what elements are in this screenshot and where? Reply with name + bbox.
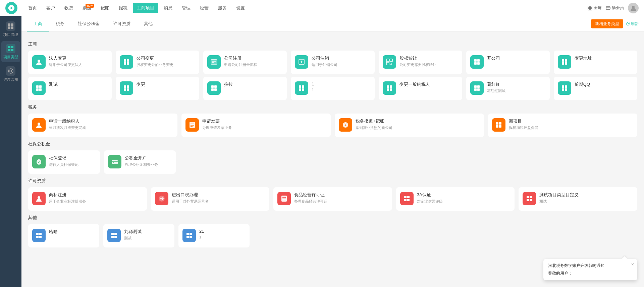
nav-customer[interactable]: 客户	[42, 3, 59, 13]
card-faren-biangeng[interactable]: 法人变更 适用于公司变更法人	[28, 51, 112, 74]
sidebar-item-progress[interactable]: 进度监测	[1, 64, 20, 85]
card-guquan-zhuanrang[interactable]: 股权转让 公司变更需要股权转让	[379, 51, 462, 74]
card-name: 3A认证	[417, 192, 511, 198]
user-avatar[interactable]	[628, 3, 639, 13]
member-label: 畅会员	[612, 5, 624, 11]
nav-tax[interactable]: 报税	[115, 3, 131, 13]
card-shenqing-fapiao[interactable]: 申请发票 办理申请发票业务	[181, 114, 331, 137]
svg-rect-47	[211, 88, 214, 91]
tab-shuiwu[interactable]: 税务	[49, 16, 71, 31]
svg-rect-45	[211, 85, 214, 88]
card-desc: 测试	[124, 236, 170, 241]
card-ceshi-xiangmu[interactable]: 测试项目类型目定义 测试	[519, 187, 637, 211]
card-icon-biangeng-dizhi	[558, 55, 571, 69]
card-icon-biangengnashui	[383, 81, 396, 95]
card-shebao-dengji[interactable]: 社保登记 进行人员社保登记	[28, 150, 100, 174]
card-num1[interactable]: 1 1	[291, 77, 374, 100]
card-desc: 申请公司注册全流程	[224, 62, 283, 67]
svg-rect-44	[127, 88, 129, 91]
tab-gongshang[interactable]: 工商	[27, 16, 49, 31]
card-icon-zhuxiao	[295, 55, 308, 69]
card-21[interactable]: 21 1	[178, 224, 250, 247]
nav-message[interactable]: 消息	[160, 3, 176, 13]
member-button[interactable]: 畅会员	[606, 5, 624, 11]
svg-rect-27	[390, 59, 392, 62]
add-type-button[interactable]: 新增业务类型	[591, 19, 623, 28]
svg-rect-14	[11, 49, 13, 51]
card-gehonghong[interactable]: 葛红红 葛红红测试	[466, 77, 550, 100]
nav-gongshang[interactable]: 工商项目	[133, 3, 158, 13]
card-ceshi[interactable]: 测试	[28, 77, 112, 100]
card-jinchukou[interactable]: 进出口权办理 适用于对外贸易经营者	[151, 187, 270, 211]
section-title-gongshang: 工商	[28, 41, 637, 47]
card-icon-haha	[32, 229, 46, 242]
progress-icon	[6, 66, 15, 76]
card-icon-jinchukou	[155, 192, 168, 205]
card-icon-shebao	[32, 155, 46, 168]
tab-qita[interactable]: 其他	[137, 16, 159, 31]
nav-invoice[interactable]: 票据 new	[78, 3, 95, 13]
card-gongsi-zhuxiao[interactable]: 公司注销 适用于注销公司	[291, 51, 374, 74]
card-biangeng-납税[interactable]: 变更一般纳税人	[379, 77, 462, 100]
card-icon-xin-xiangmu	[492, 118, 505, 132]
card-shipin-xuke[interactable]: 食品经营许可证 办理食品经营许可证	[273, 187, 392, 211]
card-liucong-ceshi[interactable]: 刘聪测试 测试	[103, 224, 174, 247]
xuke-row: 商标注册 用于企业商标注册服务 进出口权办理 适用于对外贸易经营者	[28, 187, 637, 211]
card-gongjijin-kaihu[interactable]: 公积金开户 办理公积金相关业务	[104, 150, 176, 174]
svg-rect-57	[474, 85, 477, 88]
card-shuiwu-baodao[interactable]: ¥ 税务报道+记账 拿到营业执照的新公司	[335, 114, 484, 137]
nav-home[interactable]: 首页	[24, 3, 41, 13]
card-xin-xiangmu[interactable]: 新项目 报税加税控盘保管	[488, 114, 637, 137]
card-desc: 1	[199, 235, 246, 240]
nav-manage[interactable]: 管理	[178, 3, 195, 13]
svg-rect-91	[530, 199, 532, 201]
nav-billing[interactable]: 收费	[60, 3, 77, 13]
card-kai-gongsi[interactable]: 开公司	[466, 51, 550, 74]
sidebar-item-project-type[interactable]: 项目类型	[1, 41, 20, 62]
svg-rect-88	[527, 196, 529, 198]
app-logo[interactable]	[5, 2, 17, 14]
svg-rect-38	[39, 85, 42, 88]
nav-business[interactable]: 经营	[196, 3, 213, 13]
card-biangeng2[interactable]: 变更	[116, 77, 199, 100]
card-shangbiao-zhuce[interactable]: 商标注册 用于企业商标注册服务	[28, 187, 147, 211]
card-icon-num1	[295, 81, 308, 95]
card-shenqing-nashui[interactable]: 申请一般纳税人 当月或次月成变更完成	[28, 114, 177, 137]
nav-settings[interactable]: 设置	[232, 3, 249, 13]
card-name: 拉拉	[224, 81, 283, 87]
card-icon-guquan	[383, 55, 396, 69]
svg-rect-50	[302, 85, 304, 88]
svg-rect-101	[190, 233, 192, 235]
card-icon-gongjijin	[108, 155, 121, 168]
sidebar-label-project-manage: 项目管理	[3, 32, 18, 37]
card-qianqi-qq[interactable]: 前期QQ	[554, 77, 637, 100]
card-3a-renzheng[interactable]: 3A认证 对企业信誉评级	[396, 187, 515, 211]
card-name: 社保登记	[49, 155, 96, 161]
card-biangeng-dizhi[interactable]: 变更地址	[554, 51, 637, 74]
card-haha[interactable]: 哈哈	[28, 224, 99, 247]
svg-rect-58	[477, 85, 480, 88]
sidebar-item-project-manage[interactable]: 项目管理	[1, 19, 20, 40]
card-name: 公司变更	[137, 55, 195, 61]
card-icon-qianqi-qq	[558, 81, 571, 95]
svg-rect-39	[36, 88, 39, 91]
svg-rect-63	[562, 88, 564, 91]
svg-rect-28	[386, 62, 389, 65]
nav-accounting[interactable]: 记账	[97, 3, 113, 13]
svg-rect-62	[565, 85, 567, 88]
card-lala[interactable]: 拉拉	[203, 77, 287, 100]
tab-xuke[interactable]: 许可资质	[106, 16, 137, 31]
card-gongsi-biangeng[interactable]: 公司变更 股权变更外的业务变更	[116, 51, 199, 74]
notification-close-button[interactable]: ×	[631, 262, 634, 267]
svg-rect-56	[390, 88, 392, 91]
card-gongsi-zhuce[interactable]: 公司注册 申请公司注册全流程	[203, 51, 287, 74]
refresh-button[interactable]: 刷新	[626, 21, 639, 27]
svg-rect-35	[562, 62, 564, 65]
tab-shebao[interactable]: 社保公积金	[71, 16, 106, 31]
card-icon-shipin	[277, 192, 291, 205]
fullscreen-button[interactable]: 全屏	[588, 5, 602, 11]
svg-rect-10	[11, 26, 13, 29]
svg-rect-95	[39, 236, 42, 238]
nav-service[interactable]: 服务	[214, 3, 231, 13]
card-icon-ceshi-xiangmu	[523, 192, 536, 205]
